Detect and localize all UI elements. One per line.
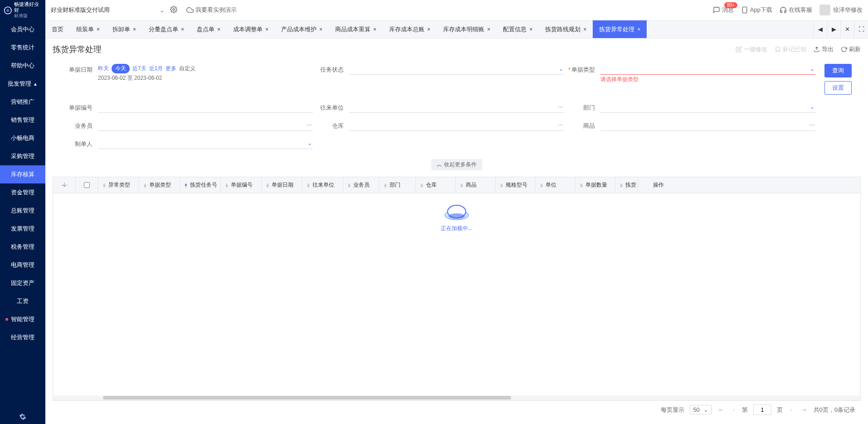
sidebar-item-14[interactable]: 固定资产 — [0, 274, 45, 292]
page-prev[interactable]: ‹ — [731, 406, 736, 413]
topbar-settings-icon[interactable] — [170, 6, 177, 14]
tab-9[interactable]: 库存成本明细账× — [437, 20, 497, 38]
page-input[interactable] — [753, 405, 771, 415]
sidebar-item-8[interactable]: 库存核算 — [0, 165, 45, 183]
tab-close-all[interactable]: ✕ — [841, 20, 854, 38]
tab-4[interactable]: 盘点单× — [190, 20, 227, 38]
product-input[interactable] — [600, 120, 815, 131]
close-icon[interactable]: × — [529, 26, 532, 33]
sidebar-settings-icon[interactable] — [19, 413, 26, 422]
sidebar-item-0[interactable]: 会员中心 — [0, 20, 45, 39]
ellipsis-icon[interactable]: ⋯ — [558, 122, 563, 128]
scrollbar-thumb[interactable] — [103, 396, 511, 400]
tab-11[interactable]: 拣货路线规划× — [539, 20, 593, 38]
page-last[interactable]: ⇥ — [800, 406, 808, 413]
tab-2[interactable]: 拆卸单× — [106, 20, 142, 38]
tab-8[interactable]: 库存成本总账× — [383, 20, 437, 38]
sidebar-item-10[interactable]: 总账管理 — [0, 202, 45, 220]
column-header-1[interactable]: ▲▼单据类型 — [139, 177, 180, 193]
column-header-14[interactable]: 操作 — [638, 177, 679, 193]
close-icon[interactable]: × — [97, 26, 100, 33]
close-icon[interactable]: × — [133, 26, 136, 33]
sales-input[interactable] — [98, 120, 313, 131]
sidebar-item-15[interactable]: 工资 — [0, 292, 45, 310]
column-header-12[interactable]: ▲▼单据数量 — [575, 177, 615, 193]
chevron-down-icon[interactable]: ⌄ — [810, 66, 814, 72]
partner-input[interactable] — [349, 102, 564, 113]
horizontal-scrollbar[interactable] — [53, 395, 860, 400]
sidebar-item-1[interactable]: 零售统计 — [0, 39, 45, 57]
close-icon[interactable]: × — [373, 26, 376, 33]
sidebar-item-12[interactable]: 税务管理 — [0, 238, 45, 256]
close-icon[interactable]: × — [181, 26, 184, 33]
pill-last7[interactable]: 近7天 — [132, 65, 146, 72]
column-header-0[interactable]: ▲▼异常类型 — [98, 177, 139, 193]
close-icon[interactable]: × — [217, 26, 220, 33]
close-icon[interactable]: × — [583, 26, 586, 33]
per-page-select[interactable]: 50 ⌄ — [690, 405, 711, 414]
column-header-10[interactable]: ▲▼规格型号 — [496, 177, 536, 193]
tab-7[interactable]: 商品成本重算× — [329, 20, 383, 38]
tab-scroll-left[interactable]: ◀ — [814, 20, 827, 38]
dept-select[interactable] — [600, 102, 815, 113]
creator-select[interactable] — [98, 138, 313, 149]
column-header-9[interactable]: ▲▼商品 — [456, 177, 496, 193]
user-menu[interactable]: 徐泽华修改 — [819, 5, 863, 15]
close-icon[interactable]: × — [487, 26, 490, 33]
tab-6[interactable]: 产品成本维护× — [275, 20, 329, 38]
pill-last-month[interactable]: 近1月 — [149, 65, 163, 72]
tab-1[interactable]: 组装单× — [70, 20, 106, 38]
sidebar-item-17[interactable]: 经营管理 — [0, 328, 45, 347]
app-download-button[interactable]: App下载 — [741, 6, 772, 14]
sidebar-item-3[interactable]: 批发管理▲ — [0, 75, 45, 93]
column-header-7[interactable]: ▲▼部门 — [380, 177, 416, 193]
messages-button[interactable]: 消息 99+ — [713, 6, 734, 14]
fullscreen-button[interactable]: ⛶ — [854, 20, 868, 38]
pill-custom[interactable]: 自定义 — [179, 65, 195, 72]
select-all-checkbox[interactable] — [76, 177, 98, 193]
tab-5[interactable]: 成本调整单× — [227, 20, 275, 38]
close-icon[interactable]: × — [319, 26, 322, 33]
sidebar-item-7[interactable]: 采购管理 — [0, 147, 45, 165]
export-button[interactable]: 导出 — [814, 45, 834, 53]
sidebar-item-9[interactable]: 资金管理 — [0, 183, 45, 202]
tab-10[interactable]: 配置信息× — [497, 20, 539, 38]
chevron-down-icon[interactable]: ⌄ — [307, 140, 312, 146]
page-next[interactable]: › — [788, 406, 794, 413]
warehouse-input[interactable] — [349, 120, 564, 131]
tab-12[interactable]: 拣货异常处理× — [593, 20, 647, 38]
online-service-button[interactable]: 在线客服 — [780, 6, 812, 14]
collapse-filters-button[interactable]: ︽ 收起更多条件 — [431, 159, 482, 170]
demo-link[interactable]: 我要看实例演示 — [186, 6, 237, 14]
doc-no-input[interactable] — [98, 102, 313, 113]
pill-yesterday[interactable]: 昨天 — [98, 65, 109, 72]
sidebar-item-6[interactable]: 小畅电商 — [0, 129, 45, 147]
column-header-13[interactable]: ▲▼拣货 — [615, 177, 638, 193]
column-header-11[interactable]: ▲▼单位 — [536, 177, 575, 193]
tab-3[interactable]: 分量盘点单× — [142, 20, 190, 38]
column-header-2[interactable]: ▲▼拣货任务号 — [180, 177, 221, 193]
pill-today[interactable]: 今天 — [112, 64, 130, 73]
close-icon[interactable]: × — [427, 26, 430, 33]
column-header-5[interactable]: ▲▼往来单位 — [302, 177, 343, 193]
company-selector[interactable]: 好业财标准版交付试用 ⌄ — [51, 6, 165, 14]
close-icon[interactable]: × — [637, 26, 640, 33]
sidebar-item-2[interactable]: 帮助中心 — [0, 57, 45, 75]
sidebar-item-4[interactable]: 营销推广 — [0, 93, 45, 111]
tab-0[interactable]: 首页 — [45, 20, 70, 38]
query-button[interactable]: 查询 — [824, 64, 852, 77]
task-status-select[interactable] — [349, 64, 564, 75]
ellipsis-icon[interactable]: ⋯ — [809, 122, 814, 128]
sidebar-item-16[interactable]: 智能管理 — [0, 310, 45, 328]
chevron-down-icon[interactable]: ⌄ — [559, 66, 563, 72]
sidebar-item-13[interactable]: 电商管理 — [0, 256, 45, 274]
column-header-4[interactable]: ▲▼单据日期 — [262, 177, 302, 193]
column-settings[interactable] — [53, 177, 76, 193]
pill-more[interactable]: 更多 — [166, 65, 176, 72]
doc-type-select[interactable] — [600, 64, 815, 75]
sidebar-item-5[interactable]: 销售管理 — [0, 111, 45, 129]
settings-button[interactable]: 设置 — [824, 81, 852, 95]
column-header-6[interactable]: ▲▼业务员 — [343, 177, 380, 193]
close-icon[interactable]: × — [265, 26, 268, 33]
ellipsis-icon[interactable]: ⋯ — [307, 122, 312, 128]
